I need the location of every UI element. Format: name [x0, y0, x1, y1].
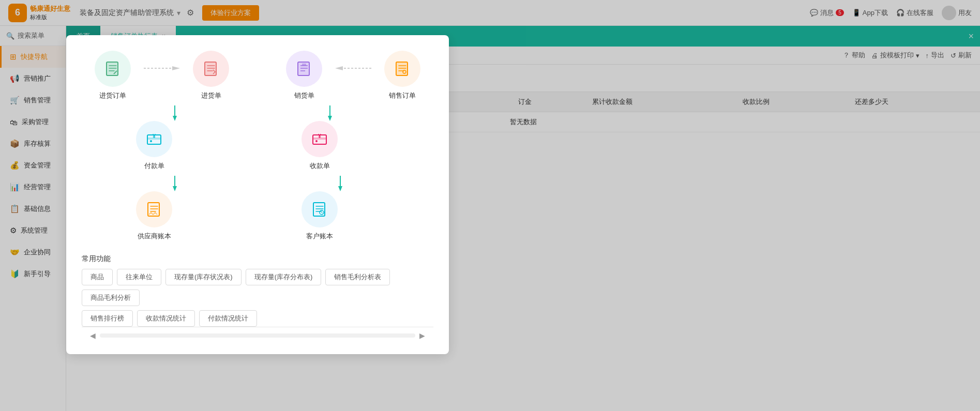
common-btn-product-gross[interactable]: 商品毛利分析 [82, 290, 140, 306]
common-btn-stock-status[interactable]: 现存量(库存状况表) [165, 269, 242, 285]
flow-row-3: 供应商账本 客户账本 [82, 191, 433, 241]
common-btn-contacts[interactable]: 往来单位 [117, 269, 161, 285]
sales-order-icon [384, 51, 420, 87]
flow-row-2: ¥ 付款单 ¥ 收款单 [82, 121, 433, 171]
flow-arrows-row [82, 105, 433, 121]
spacer-2 [206, 105, 237, 121]
flow-node-purchase-bill[interactable]: 进货单 [180, 51, 242, 100]
svg-marker-30 [173, 186, 177, 191]
svg-marker-13 [335, 66, 343, 70]
spacer-4 [206, 176, 309, 191]
svg-marker-3 [172, 66, 180, 70]
arrow-down-customer [309, 176, 371, 191]
flow-node-sales-bill[interactable]: 销货单 [273, 51, 335, 100]
svg-rect-11 [302, 64, 306, 66]
svg-marker-20 [328, 116, 332, 121]
supplier-account-icon [136, 191, 172, 227]
common-buttons-row-1: 商品 往来单位 现存量(库存状况表) 现存量(库存分布表) 销售毛利分析表 商品… [82, 269, 433, 306]
arrow-h-2 [335, 65, 371, 71]
arrow-down-supplier [144, 176, 206, 191]
flow-node-payment[interactable]: ¥ 付款单 [123, 121, 185, 171]
scroll-right-icon[interactable]: ▶ [419, 331, 425, 340]
svg-rect-4 [205, 62, 216, 75]
arrow-down-receipt [299, 105, 361, 121]
modal-box: 进货订单 [66, 35, 449, 354]
svg-text:¥: ¥ [318, 133, 321, 139]
svg-point-23 [150, 140, 152, 142]
flow-node-receipt[interactable]: ¥ 收款单 [289, 121, 351, 171]
common-btn-payment-stats[interactable]: 付款情况统计 [199, 310, 257, 327]
arrow-h-1 [144, 65, 180, 71]
spacer-3 [237, 105, 299, 121]
customer-account-icon [301, 191, 338, 227]
sales-bill-icon [286, 51, 322, 87]
common-btn-sales-rank[interactable]: 销售排行榜 [82, 310, 133, 327]
common-btn-stock-dist[interactable]: 现存量(库存分布表) [246, 269, 322, 285]
arrow-down-payment [144, 105, 206, 121]
flow-node-purchase-order[interactable]: 进货订单 [82, 51, 144, 100]
svg-point-27 [315, 140, 318, 142]
svg-rect-14 [396, 62, 408, 75]
scroll-left-icon[interactable]: ◀ [90, 331, 96, 340]
purchase-bill-icon [193, 51, 229, 87]
flow-node-supplier-account[interactable]: 供应商账本 [123, 191, 185, 241]
common-functions-section: 常用功能 商品 往来单位 现存量(库存状况表) 现存量(库存分布表) 销售毛利分… [82, 254, 433, 327]
svg-text:¥: ¥ [153, 133, 156, 139]
purchase-order-icon [95, 51, 131, 87]
flow-diagram: 进货订单 [82, 51, 433, 246]
scroll-track[interactable] [100, 333, 415, 338]
payment-icon: ¥ [136, 121, 172, 157]
svg-marker-18 [173, 116, 177, 121]
common-functions-title: 常用功能 [82, 254, 433, 264]
common-btn-receipt-stats[interactable]: 收款情况统计 [137, 310, 195, 327]
flow-arrows-row2 [82, 176, 433, 191]
scroll-area: ◀ ▶ [82, 327, 433, 344]
svg-rect-0 [107, 62, 118, 75]
modal-overlay[interactable]: 进货订单 [0, 0, 980, 411]
common-btn-product[interactable]: 商品 [82, 269, 113, 285]
receipt-icon: ¥ [301, 121, 338, 157]
svg-marker-32 [338, 186, 342, 191]
flow-node-sales-order[interactable]: 销售订单 [371, 51, 433, 100]
common-btn-sales-gross[interactable]: 销售毛利分析表 [325, 269, 390, 285]
flow-node-customer-account[interactable]: 客户账本 [289, 191, 351, 241]
flow-row-1: 进货订单 [82, 51, 433, 100]
common-buttons-row-2: 销售排行榜 收款情况统计 付款情况统计 [82, 310, 433, 327]
